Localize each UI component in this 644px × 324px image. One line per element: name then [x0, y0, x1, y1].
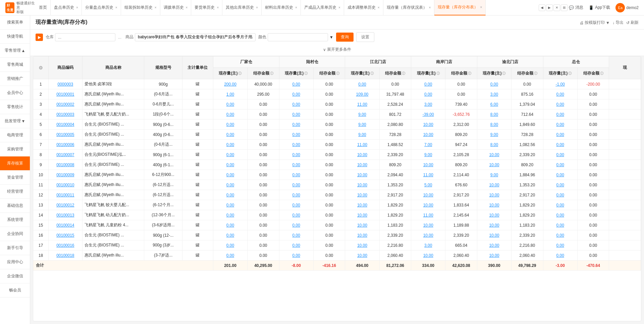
row-total-qty[interactable]: 0.00: [543, 180, 577, 190]
row-factory-qty[interactable]: 0.00: [213, 210, 247, 220]
row-yubei-qty[interactable]: 10.00: [477, 220, 511, 230]
close-icon[interactable]: ×: [378, 6, 380, 9]
row-total-qty[interactable]: 0.00: [543, 99, 577, 109]
row-yubei-qty[interactable]: 10.00: [477, 190, 511, 200]
row-yubei-qty[interactable]: 10.00: [477, 150, 511, 160]
row-total-qty[interactable]: 0.00: [543, 160, 577, 170]
row-code[interactable]: 00100004: [48, 120, 82, 130]
row-yubei-qty[interactable]: 10.00: [477, 180, 511, 190]
row-jiangbei-qty[interactable]: 109.00: [345, 89, 379, 99]
row-factory-qty[interactable]: 0.00: [213, 240, 247, 250]
row-lucun-qty[interactable]: 0.00: [279, 250, 313, 261]
tab-cost-adjust[interactable]: 成本调整单历史×: [344, 0, 383, 15]
row-nanan-qty[interactable]: 10.00: [411, 190, 445, 200]
row-factory-qty[interactable]: 0.00: [213, 99, 247, 109]
tab-inventory-check[interactable]: 盘点单历史×: [51, 0, 82, 15]
row-factory-qty[interactable]: 0.00: [213, 120, 247, 130]
row-code[interactable]: 00100013: [48, 210, 82, 220]
row-factory-qty[interactable]: 0.00: [213, 250, 247, 261]
info-icon[interactable]: ⓘ: [270, 71, 273, 76]
settings-button[interactable]: 设置: [356, 32, 374, 42]
close-icon[interactable]: ×: [256, 6, 258, 9]
row-lucun-qty[interactable]: 0.00: [279, 130, 313, 140]
row-factory-qty[interactable]: 0.00: [213, 180, 247, 190]
refresh-button[interactable]: ↺ 刷新: [626, 20, 639, 26]
row-code[interactable]: 00100006: [48, 140, 82, 150]
export-button[interactable]: ↓ 导出: [612, 20, 624, 26]
row-code[interactable]: 00100002: [48, 99, 82, 109]
sidebar-item-marketing[interactable]: 营销推广: [0, 72, 30, 86]
row-yubei-qty[interactable]: 10.00: [477, 210, 511, 220]
row-total-qty[interactable]: 0.00: [543, 109, 577, 120]
row-lucun-qty[interactable]: 0.00: [279, 200, 313, 210]
tab-next-arrow[interactable]: ▶: [546, 4, 553, 11]
row-lucun-qty[interactable]: 0.00: [279, 79, 313, 89]
sidebar-item-wechat[interactable]: 企业微信: [0, 269, 30, 283]
row-total-qty[interactable]: 0.00: [543, 140, 577, 150]
row-factory-qty[interactable]: 1.00: [213, 89, 247, 99]
close-icon[interactable]: ×: [429, 6, 431, 9]
tab-sub-inventory[interactable]: 分量盘点单历史×: [82, 0, 121, 15]
close-icon[interactable]: ×: [155, 6, 157, 9]
sidebar-item-ecommerce[interactable]: 电商管理: [0, 128, 30, 142]
row-lucun-qty[interactable]: 0.00: [279, 89, 313, 99]
row-jiangbei-qty[interactable]: 9.00: [345, 130, 379, 140]
row-factory-qty[interactable]: 0.00: [213, 170, 247, 180]
row-total-qty[interactable]: 0.00: [543, 89, 577, 99]
sidebar-item-shortcuts[interactable]: 快捷导航: [0, 30, 30, 44]
sidebar-item-finance[interactable]: 资金管理: [0, 171, 30, 185]
row-total-qty[interactable]: 0.00: [543, 170, 577, 180]
row-total-qty[interactable]: -1.00: [543, 79, 577, 89]
row-jiangbei-qty[interactable]: 10.00: [345, 230, 379, 240]
row-lucun-qty[interactable]: 0.00: [279, 190, 313, 200]
row-jiangbei-qty[interactable]: 11.00: [345, 140, 379, 150]
row-jiangbei-qty[interactable]: 9.00: [345, 109, 379, 120]
close-icon[interactable]: ×: [76, 6, 78, 9]
row-nanan-qty[interactable]: 10.00: [411, 230, 445, 240]
row-yubei-qty[interactable]: 10.00: [477, 250, 511, 261]
row-code[interactable]: 00100003: [48, 109, 82, 120]
row-nanan-qty[interactable]: 0.00: [411, 79, 445, 89]
row-jiangbei-qty[interactable]: 10.00: [345, 190, 379, 200]
row-yubei-qty[interactable]: 10.00: [477, 160, 511, 170]
row-lucun-qty[interactable]: 0.00: [279, 160, 313, 170]
info-icon[interactable]: ⓘ: [502, 71, 505, 76]
close-icon[interactable]: ×: [295, 6, 297, 9]
sidebar-item-tutorial[interactable]: 新手引导: [0, 241, 30, 255]
row-code[interactable]: 00100016: [48, 240, 82, 250]
th-settings-gear[interactable]: ⚙: [33, 56, 48, 79]
row-lucun-qty[interactable]: 0.00: [279, 220, 313, 230]
row-total-qty[interactable]: 0.00: [543, 220, 577, 230]
row-factory-qty[interactable]: 200.00: [213, 79, 247, 89]
row-factory-qty[interactable]: 0.00: [213, 130, 247, 140]
sidebar-item-purchase[interactable]: 采购管理: [0, 142, 30, 156]
sidebar-item-basic-info[interactable]: 基础信息: [0, 199, 30, 213]
row-nanan-qty[interactable]: 7.00: [411, 140, 445, 150]
row-nanan-qty[interactable]: 10.00: [411, 200, 445, 210]
row-jiangbei-qty[interactable]: 10.00: [345, 200, 379, 210]
tab-prev-arrow[interactable]: ◀: [539, 4, 545, 11]
row-nanan-qty[interactable]: 11.00: [411, 210, 445, 220]
close-icon[interactable]: ×: [480, 5, 482, 9]
row-total-qty[interactable]: 0.00: [543, 150, 577, 160]
row-code[interactable]: 00100008: [48, 160, 82, 170]
row-yubei-qty[interactable]: 9.00: [477, 130, 511, 140]
user-action[interactable]: Ea demo2: [615, 3, 639, 12]
row-jiangbei-qty[interactable]: 10.00: [345, 180, 379, 190]
row-factory-qty[interactable]: 0.00: [213, 190, 247, 200]
row-code[interactable]: 00100001: [48, 89, 82, 99]
info-icon[interactable]: ⓘ: [402, 71, 405, 76]
sidebar-item-retail-stats[interactable]: 零售统计: [0, 100, 30, 114]
row-jiangbei-qty[interactable]: 10.00: [345, 210, 379, 220]
row-nanan-qty[interactable]: 5.00: [411, 180, 445, 190]
row-yubei-qty[interactable]: 10.00: [477, 240, 511, 250]
row-yubei-qty[interactable]: 3.00: [477, 89, 511, 99]
filter-toggle-button[interactable]: ▶: [36, 34, 43, 41]
sidebar-item-member[interactable]: 会员中心: [0, 86, 30, 100]
row-factory-qty[interactable]: 0.00: [213, 160, 247, 170]
row-factory-qty[interactable]: 0.00: [213, 220, 247, 230]
expand-filters-button[interactable]: ∨ 展开更多条件: [323, 47, 351, 52]
row-code[interactable]: 00100005: [48, 130, 82, 140]
tab-stock-status[interactable]: 现存量（库存状况表）×: [383, 0, 435, 15]
info-icon[interactable]: ⓘ: [336, 71, 339, 76]
